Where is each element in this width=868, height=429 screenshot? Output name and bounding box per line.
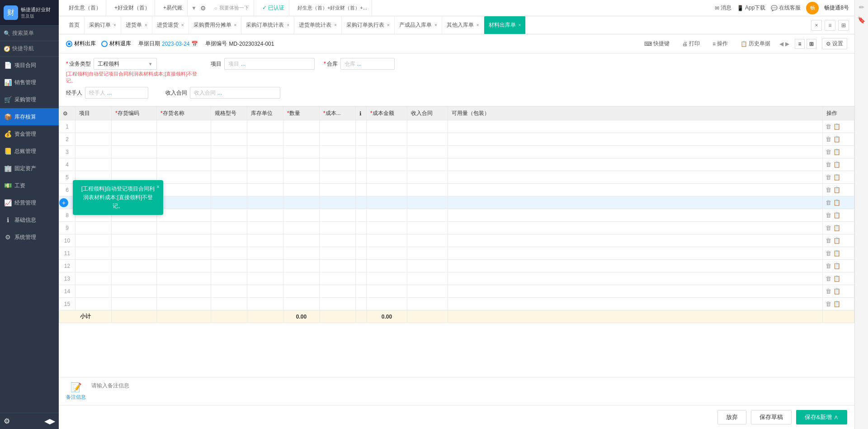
print-btn[interactable]: 🖨 打印 bbox=[679, 38, 703, 49]
copy-icon[interactable]: 📋 bbox=[833, 123, 840, 130]
nav-tab-incoming-stats[interactable]: 进货单统计表× bbox=[294, 16, 342, 34]
delete-icon[interactable]: 🗑 bbox=[826, 262, 831, 269]
date-value[interactable]: 2023-03-24 bbox=[162, 41, 189, 47]
sidebar-item-sales[interactable]: 📊 销售管理 bbox=[0, 74, 59, 91]
delete-icon[interactable]: 🗑 bbox=[826, 148, 831, 155]
sidebar-item-salary[interactable]: 💵 工资 bbox=[0, 177, 59, 194]
nav-tab-incoming-return[interactable]: 进货退货× bbox=[152, 16, 189, 34]
trial-tab[interactable]: ○ 我要体验一下 bbox=[210, 0, 254, 16]
settings-btn[interactable]: ⚙ 设置 bbox=[822, 38, 847, 49]
app-download-btn[interactable]: 📱 App下载 bbox=[737, 4, 765, 12]
grid-view-btn[interactable]: ⊞ bbox=[807, 39, 816, 49]
notes-input[interactable] bbox=[91, 382, 847, 400]
collapse-icon[interactable]: ◀▶ bbox=[44, 417, 55, 425]
copy-icon[interactable]: 📋 bbox=[833, 174, 840, 181]
discard-button[interactable]: 放弃 bbox=[717, 410, 746, 424]
delete-icon[interactable]: 🗑 bbox=[826, 136, 831, 143]
handler-input[interactable]: 经手人 ... bbox=[85, 87, 148, 99]
copy-icon[interactable]: 📋 bbox=[833, 148, 840, 155]
radio-material-return[interactable]: 材料退库 bbox=[101, 40, 131, 48]
nav-tab-home[interactable]: 首页 bbox=[64, 16, 85, 34]
nav-tab-purchase-order[interactable]: 采购订单× bbox=[85, 16, 121, 34]
copy-icon[interactable]: 📋 bbox=[833, 199, 840, 206]
delete-icon[interactable]: 🗑 bbox=[826, 123, 831, 130]
sidebar-item-business[interactable]: 📈 经营管理 bbox=[0, 194, 59, 211]
delete-icon[interactable]: 🗑 bbox=[826, 250, 831, 257]
sidebar-item-assets[interactable]: 🏢 固定资产 bbox=[0, 160, 59, 177]
delete-icon[interactable]: 🗑 bbox=[826, 224, 831, 231]
business-type-input[interactable]: 工程领料 ▼ bbox=[94, 58, 157, 70]
nav-grid-btn[interactable]: ⊞ bbox=[838, 20, 849, 31]
copy-icon[interactable]: 📋 bbox=[833, 237, 840, 244]
shortcut-tab-1[interactable]: 好生意（首） bbox=[64, 0, 106, 16]
more-shortcuts[interactable]: 好生意（首）+好业财（首）+... bbox=[293, 0, 372, 16]
sidebar-item-system[interactable]: ⚙ 系统管理 bbox=[0, 229, 59, 246]
sidebar-item-inventory[interactable]: 📦 库存核算 bbox=[0, 108, 59, 125]
nav-tab-other-in[interactable]: 其他入库单× bbox=[442, 16, 484, 34]
radio-material-out[interactable]: 材料出库 bbox=[66, 40, 96, 48]
delete-icon[interactable]: 🗑 bbox=[826, 174, 831, 181]
delete-icon[interactable]: 🗑 bbox=[826, 300, 831, 307]
project-input[interactable]: 项目 ... bbox=[224, 58, 315, 70]
prev-record-btn[interactable]: ◀ bbox=[779, 41, 783, 47]
message-btn[interactable]: ✉ 消息 bbox=[715, 4, 731, 12]
copy-icon[interactable]: 📋 bbox=[833, 275, 840, 282]
save-draft-button[interactable]: 保存草稿 bbox=[751, 410, 792, 424]
dropdown-icon[interactable]: ▼ bbox=[191, 5, 197, 11]
nav-tab-purchase-stats[interactable]: 采购订单统计表× bbox=[241, 16, 294, 34]
close-tab-btn[interactable]: × bbox=[811, 20, 822, 31]
copy-icon[interactable]: 📋 bbox=[833, 136, 840, 143]
tooltip-close-btn[interactable]: × bbox=[156, 183, 160, 191]
copy-icon[interactable]: 📋 bbox=[833, 186, 840, 193]
save-new-button[interactable]: 保存&新增 ∧ bbox=[796, 410, 847, 424]
user-avatar[interactable]: 畅 bbox=[806, 2, 819, 14]
copy-icon[interactable]: 📋 bbox=[833, 288, 840, 295]
warehouse-input[interactable]: 仓库 ... bbox=[340, 58, 395, 70]
delete-icon[interactable]: 🗑 bbox=[826, 161, 831, 168]
shortcut-tab-2[interactable]: +好业财（首） bbox=[110, 0, 155, 16]
sidebar-item-basic[interactable]: ℹ 基础信息 bbox=[0, 211, 59, 229]
list-view-btn[interactable]: ≡ bbox=[795, 39, 805, 49]
delete-icon[interactable]: 🗑 bbox=[826, 237, 831, 244]
certified-tab[interactable]: ✓ 已认证 bbox=[258, 0, 289, 16]
sidebar-item-ledger[interactable]: 📒 总账管理 bbox=[0, 143, 59, 160]
operation-btn[interactable]: ≡ 操作 bbox=[709, 38, 731, 49]
sidebar-item-search[interactable]: 🔍 搜索菜单 bbox=[0, 26, 59, 41]
copy-icon[interactable]: 📋 bbox=[833, 250, 840, 257]
shortcut-tab-3[interactable]: +易代账 bbox=[159, 0, 188, 16]
delete-icon[interactable]: 🗑 bbox=[826, 288, 831, 295]
income-contract-input[interactable]: 收入合同 ... bbox=[190, 87, 280, 99]
delete-icon[interactable]: 🗑 bbox=[826, 199, 831, 206]
settings-tab-icon[interactable]: ⚙ bbox=[200, 5, 206, 12]
nav-tab-product-in[interactable]: 产成品入库单× bbox=[395, 16, 442, 34]
copy-icon[interactable]: 📋 bbox=[833, 212, 840, 219]
right-panel-icon-2[interactable]: 🔖 bbox=[858, 16, 865, 24]
sidebar-item-purchase[interactable]: 🛒 采购管理 bbox=[0, 91, 59, 108]
online-service-btn[interactable]: 💬 在线客服 bbox=[771, 4, 801, 12]
next-record-btn[interactable]: ▶ bbox=[785, 41, 789, 47]
right-panel-icon-1[interactable]: ✏ bbox=[859, 4, 864, 11]
history-btn[interactable]: 📋 历史单据 bbox=[737, 38, 774, 49]
delete-icon[interactable]: 🗑 bbox=[826, 212, 831, 219]
copy-icon[interactable]: 📋 bbox=[833, 300, 840, 307]
warehouse-dots-icon[interactable]: ... bbox=[357, 61, 362, 67]
add-row-button[interactable]: + bbox=[59, 198, 68, 207]
copy-icon[interactable]: 📋 bbox=[833, 262, 840, 269]
income-contract-dots-icon[interactable]: ... bbox=[217, 90, 222, 96]
copy-icon[interactable]: 📋 bbox=[833, 161, 840, 168]
nav-tab-purchase-expense[interactable]: 采购费用分摊单× bbox=[189, 16, 242, 34]
copy-icon[interactable]: 📋 bbox=[833, 224, 840, 231]
project-dots-icon[interactable]: ... bbox=[241, 61, 245, 67]
nav-tab-material-out[interactable]: 材料出库单× bbox=[484, 16, 526, 34]
handler-dots-icon[interactable]: ... bbox=[107, 90, 112, 96]
shortcut-key-btn[interactable]: ⌨ 快捷键 bbox=[641, 38, 673, 49]
nav-tab-purchase-exec[interactable]: 采购订单执行表× bbox=[342, 16, 395, 34]
settings-icon[interactable]: ⚙ bbox=[4, 417, 10, 425]
nav-list-btn[interactable]: ≡ bbox=[825, 20, 835, 31]
delete-icon[interactable]: 🗑 bbox=[826, 275, 831, 282]
sidebar-item-project[interactable]: 📄 项目合同 bbox=[0, 57, 59, 74]
sidebar-item-finance[interactable]: 💰 资金管理 bbox=[0, 125, 59, 143]
delete-icon[interactable]: 🗑 bbox=[826, 186, 831, 193]
sidebar-item-nav[interactable]: 🧭 快捷导航 bbox=[0, 41, 59, 57]
calendar-icon[interactable]: 📅 bbox=[191, 41, 198, 47]
